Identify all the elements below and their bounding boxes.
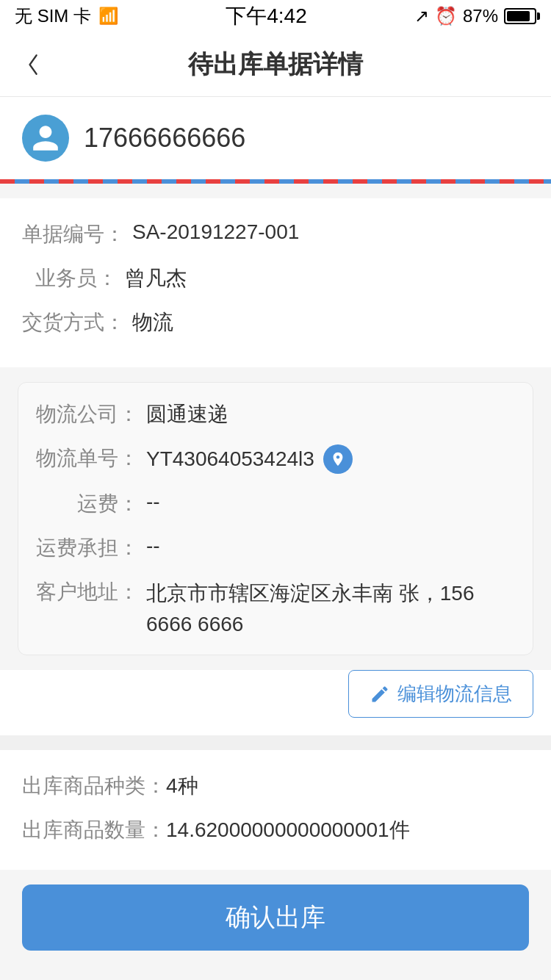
status-bar: 无 SIM 卡 📶 下午4:42 ↗ ⏰ 87% [0, 0, 551, 32]
delivery-value: 物流 [132, 309, 529, 336]
salesman-row: 业务员： 曾凡杰 [22, 264, 529, 292]
status-left: 无 SIM 卡 📶 [15, 4, 118, 28]
product-quantity-row: 出库商品数量： 14.62000000000000001件 [22, 816, 529, 844]
logistics-address-label: 客户地址： [36, 578, 146, 606]
section-divider [0, 735, 551, 750]
document-number-label: 单据编号： [22, 220, 132, 248]
tracking-number: YT43064053424l3 [146, 447, 314, 471]
confirm-btn-wrap: 确认出库 [0, 870, 551, 980]
avatar [22, 115, 69, 162]
logistics-freight-row: 运费： -- [36, 490, 515, 518]
edit-logistics-wrap: 编辑物流信息 [0, 670, 551, 735]
product-types-value: 4种 [166, 772, 198, 800]
customer-row: 17666666666 [0, 97, 551, 179]
edit-logistics-label: 编辑物流信息 [397, 681, 512, 707]
document-number-row: 单据编号： SA-20191227-001 [22, 220, 529, 248]
logistics-tracking-value: YT43064053424l3 [146, 444, 515, 474]
document-number-value: SA-20191227-001 [132, 220, 529, 244]
decorative-line [0, 179, 551, 184]
status-time: 下午4:42 [226, 2, 307, 30]
logistics-address-value: 北京市市辖区海淀区永丰南 张，156 6666 6666 [146, 578, 515, 640]
battery-percent: 87% [463, 6, 498, 26]
logistics-freight-value: -- [146, 490, 515, 514]
product-types-row: 出库商品种类： 4种 [22, 772, 529, 800]
logistics-tracking-row: 物流单号： YT43064053424l3 [36, 444, 515, 474]
confirm-btn-label: 确认出库 [226, 901, 325, 934]
alarm-icon: ⏰ [435, 6, 457, 26]
product-quantity-label: 出库商品数量： [22, 816, 166, 844]
gps-icon: ↗ [414, 6, 429, 26]
location-icon[interactable] [323, 444, 353, 474]
product-types-label: 出库商品种类： [22, 772, 166, 800]
delivery-row: 交货方式： 物流 [22, 309, 529, 336]
logistics-company-row: 物流公司： 圆通速递 [36, 400, 515, 428]
back-button[interactable] [18, 48, 50, 81]
customer-phone: 17666666666 [84, 123, 245, 154]
page-title: 待出库单据详情 [188, 48, 363, 82]
logistics-card: 物流公司： 圆通速递 物流单号： YT43064053424l3 运费： -- … [18, 382, 533, 655]
logistics-address-row: 客户地址： 北京市市辖区海淀区永丰南 张，156 6666 6666 [36, 578, 515, 640]
status-right: ↗ ⏰ 87% [414, 6, 536, 26]
sim-status: 无 SIM 卡 [15, 4, 91, 28]
salesman-value: 曾凡杰 [125, 264, 529, 292]
product-quantity-value: 14.62000000000000001件 [166, 816, 410, 844]
delivery-label: 交货方式： [22, 309, 132, 336]
confirm-outbound-button[interactable]: 确认出库 [22, 884, 529, 951]
battery-icon [504, 8, 536, 24]
wifi-icon: 📶 [98, 7, 118, 26]
logistics-freight-label: 运费： [36, 490, 146, 518]
document-info-section: 单据编号： SA-20191227-001 业务员： 曾凡杰 交货方式： 物流 [0, 198, 551, 367]
logistics-company-value: 圆通速递 [146, 400, 515, 428]
edit-logistics-button[interactable]: 编辑物流信息 [348, 670, 533, 718]
products-section: 出库商品种类： 4种 出库商品数量： 14.62000000000000001件 [0, 750, 551, 875]
logistics-freight-bear-label: 运费承担： [36, 534, 146, 562]
logistics-company-label: 物流公司： [36, 400, 146, 428]
logistics-tracking-label: 物流单号： [36, 444, 146, 472]
nav-bar: 待出库单据详情 [0, 32, 551, 97]
salesman-label: 业务员： [22, 264, 125, 292]
logistics-freight-bear-value: -- [146, 534, 515, 558]
logistics-freight-bear-row: 运费承担： -- [36, 534, 515, 562]
